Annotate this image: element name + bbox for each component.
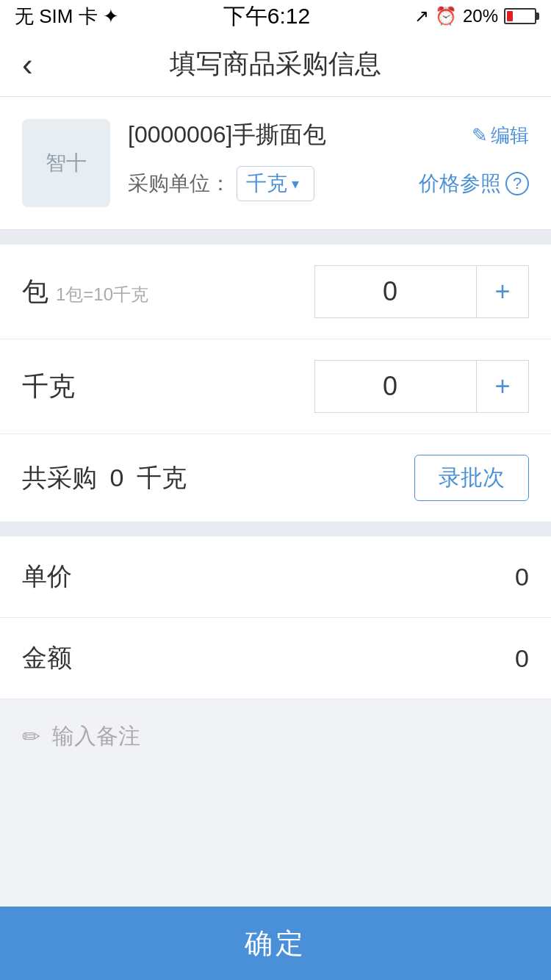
pack-input-group: +: [314, 265, 529, 318]
status-time: 下午6:12: [223, 1, 310, 32]
unit-price-label: 单价: [22, 560, 72, 594]
status-bar: 无 SIM 卡 ✦ 下午6:12 ↗ ⏰ 20%: [0, 0, 551, 32]
product-name: [0000006]手撕面包: [128, 119, 326, 151]
amount-row: 金额 0: [0, 618, 551, 699]
battery-icon: [504, 8, 536, 24]
pack-plus-button[interactable]: +: [476, 265, 529, 318]
edit-label: 编辑: [491, 123, 529, 148]
summary-row: 共采购 0 千克 录批次: [0, 434, 551, 522]
product-thumb-text: 智十: [46, 149, 87, 177]
battery-percent: 20%: [463, 6, 498, 26]
chevron-down-icon: ▾: [292, 175, 299, 192]
notes-placeholder: 输入备注: [52, 721, 140, 752]
input-section: 包 1包=10千克 + 千克 +: [0, 245, 551, 434]
summary-amount: 0: [109, 464, 123, 491]
confirm-button[interactable]: 确定: [0, 907, 551, 980]
pack-input-row: 包 1包=10千克 +: [0, 245, 551, 339]
price-ref-label: 价格参照: [419, 170, 501, 198]
pack-sublabel: 1包=10千克: [56, 283, 148, 306]
nav-bar: ‹ 填写商品采购信息: [0, 32, 551, 97]
unit-value: 千克: [246, 170, 287, 198]
alarm-icon: ⏰: [435, 6, 457, 26]
kg-plus-button[interactable]: +: [476, 360, 529, 413]
unit-select[interactable]: 千克 ▾: [237, 166, 314, 201]
price-reference-button[interactable]: 价格参照 ?: [419, 170, 529, 198]
kg-input-row: 千克 +: [0, 339, 551, 434]
purchase-unit-label: 采购单位：: [128, 170, 231, 198]
product-info: [0000006]手撕面包 ✎ 编辑 采购单位： 千克 ▾ 价格参照 ?: [128, 119, 529, 201]
summary-text: 共采购 0 千克: [22, 461, 187, 495]
status-left: 无 SIM 卡 ✦: [15, 4, 119, 29]
purchase-unit-row: 采购单位： 千克 ▾ 价格参照 ?: [128, 166, 529, 201]
location-icon: ↗: [414, 6, 429, 26]
pack-input[interactable]: [314, 265, 476, 318]
kg-label: 千克: [22, 369, 75, 405]
unit-price-value: 0: [515, 563, 529, 591]
unit-price-row: 单价 0: [0, 536, 551, 618]
section-separator-1: [0, 230, 551, 245]
notes-section[interactable]: ✏ 输入备注: [0, 699, 551, 774]
help-icon: ?: [505, 172, 529, 195]
status-right: ↗ ⏰ 20%: [414, 6, 536, 26]
no-sim-text: 无 SIM 卡 ✦: [15, 4, 119, 29]
page-title: 填写商品采购信息: [170, 46, 381, 82]
product-thumbnail: 智十: [22, 119, 110, 207]
summary-prefix: 共采购: [22, 464, 97, 491]
product-card: 智十 [0000006]手撕面包 ✎ 编辑 采购单位： 千克 ▾ 价格参照 ?: [0, 97, 551, 230]
kg-input[interactable]: [314, 360, 476, 413]
kg-input-group: +: [314, 360, 529, 413]
kg-label-group: 千克: [22, 369, 75, 405]
product-name-row: [0000006]手撕面包 ✎ 编辑: [128, 119, 529, 151]
amount-label: 金额: [22, 641, 72, 675]
edit-button[interactable]: ✎ 编辑: [472, 123, 529, 148]
summary-unit: 千克: [137, 464, 187, 491]
confirm-button-wrap: 确定: [0, 907, 551, 980]
pack-label: 包: [22, 274, 48, 310]
pencil-icon: ✏: [22, 724, 40, 749]
amount-value: 0: [515, 644, 529, 673]
price-section: 单价 0 金额 0: [0, 536, 551, 699]
back-button[interactable]: ‹: [22, 46, 33, 83]
pack-label-group: 包 1包=10千克: [22, 274, 148, 310]
edit-icon: ✎: [472, 124, 488, 147]
batch-record-button[interactable]: 录批次: [414, 455, 529, 501]
section-separator-2: [0, 522, 551, 536]
